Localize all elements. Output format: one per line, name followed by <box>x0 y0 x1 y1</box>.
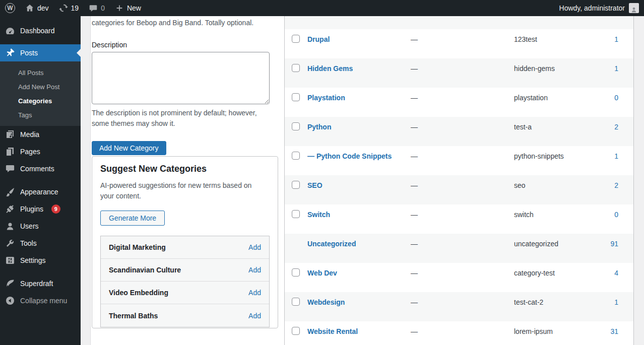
row-select-checkbox[interactable] <box>292 327 300 335</box>
site-name-link[interactable]: dev <box>20 0 54 16</box>
sidebar-item-settings[interactable]: Settings <box>0 252 81 269</box>
parent-category-help-text: categories for Bebop and Big Band. Total… <box>92 18 278 28</box>
submenu-item[interactable]: Add New Post <box>0 80 81 94</box>
table-row: Python — test-a 2 <box>285 117 633 146</box>
panel-title: Suggest New Categories <box>100 164 270 174</box>
submenu-item[interactable]: Categories <box>0 94 81 108</box>
category-description: — <box>411 181 418 189</box>
row-select-checkbox[interactable] <box>292 210 300 218</box>
category-slug: test-cat-2 <box>514 298 543 306</box>
category-name-link[interactable]: Hidden Gems <box>307 64 353 73</box>
category-slug: uncategorized <box>514 240 558 248</box>
suggestion-add-link[interactable]: Add <box>248 312 261 320</box>
category-description: — <box>411 123 418 131</box>
sidebar-item-plugins[interactable]: Plugins 9 <box>0 200 81 218</box>
sidebar-item-appearance[interactable]: Appearance <box>0 183 81 200</box>
avatar[interactable] <box>629 3 639 13</box>
row-select-checkbox[interactable] <box>292 122 300 130</box>
comments-count: 0 <box>101 4 105 12</box>
category-post-count-link[interactable]: 1 <box>614 298 618 306</box>
new-label: New <box>127 4 141 12</box>
category-description: — <box>411 240 418 248</box>
category-name-link[interactable]: SEO <box>307 181 323 189</box>
category-name-link[interactable]: Python <box>307 123 331 131</box>
category-post-count-link[interactable]: 2 <box>614 181 618 189</box>
category-name-link[interactable]: Web Dev <box>307 269 337 277</box>
suggestion-name: Scandinavian Culture <box>109 266 181 274</box>
sidebar-item-label: Appearance <box>20 188 58 196</box>
table-row: Drupal — 123test 1 <box>285 29 633 58</box>
description-textarea[interactable] <box>92 52 270 104</box>
category-name-link[interactable]: Switch <box>307 211 330 219</box>
sidebar-item-pages[interactable]: Pages <box>0 143 81 160</box>
row-select-checkbox[interactable] <box>292 35 300 43</box>
category-description: — <box>411 327 418 335</box>
category-description: — <box>411 298 418 306</box>
sidebar-item-media[interactable]: Media <box>0 126 81 143</box>
suggestion-name: Video Embedding <box>109 289 168 297</box>
suggestion-add-link[interactable]: Add <box>248 289 261 297</box>
sidebar-item-comments[interactable]: Comments <box>0 160 81 177</box>
table-row: Hidden Gems — hidden-gems 1 <box>285 58 633 88</box>
row-select-checkbox[interactable] <box>292 268 300 277</box>
submenu-item-label: Tags <box>18 111 32 119</box>
category-post-count-link[interactable]: 1 <box>614 152 618 160</box>
row-select-checkbox[interactable] <box>292 64 300 72</box>
submenu-item[interactable]: All Posts <box>0 65 81 80</box>
category-slug: category-test <box>514 269 555 277</box>
sidebar-item-label: Pages <box>20 148 40 156</box>
sidebar-item-label: Comments <box>20 165 54 173</box>
submenu-item[interactable]: Tags <box>0 108 81 122</box>
table-row-partial <box>285 16 633 29</box>
site-name-label: dev <box>37 4 49 12</box>
category-post-count-link[interactable]: 0 <box>614 94 618 102</box>
new-content-link[interactable]: New <box>110 0 146 16</box>
category-name-link[interactable]: Webdesign <box>307 298 345 306</box>
category-name-link[interactable]: Playstation <box>307 94 345 102</box>
suggestions-list: Digital Marketing Add Scandinavian Cultu… <box>100 236 270 327</box>
category-post-count-link[interactable]: 2 <box>614 123 618 131</box>
table-row: Uncategorized — uncategorized 91 <box>285 234 633 263</box>
category-slug: python-snippets <box>514 152 564 160</box>
category-name-link[interactable]: Uncategorized <box>307 240 356 248</box>
row-select-checkbox[interactable] <box>292 298 300 306</box>
updates-icon <box>59 4 68 13</box>
plugin-icon <box>5 204 15 214</box>
suggestion-add-link[interactable]: Add <box>248 243 261 251</box>
comments-icon <box>5 164 15 174</box>
generate-more-button[interactable]: Generate More <box>100 211 165 226</box>
sidebar-item-superdraft[interactable]: Superdraft <box>0 275 81 292</box>
updates-link[interactable]: 19 <box>54 0 84 16</box>
category-post-count-link[interactable]: 0 <box>614 211 618 219</box>
sidebar-item-users[interactable]: Users <box>0 218 81 235</box>
sidebar-item-dashboard[interactable]: Dashboard <box>0 22 81 39</box>
category-post-count-link[interactable]: 4 <box>614 269 618 277</box>
category-description: — <box>411 211 418 219</box>
comment-bubble-icon <box>89 4 98 13</box>
submenu-item-label: Categories <box>18 97 52 105</box>
category-slug: switch <box>514 211 534 219</box>
comments-link[interactable]: 0 <box>84 0 110 16</box>
collapse-menu-button[interactable]: Collapse menu <box>0 292 81 309</box>
add-category-form: categories for Bebop and Big Band. Total… <box>92 16 278 155</box>
sidebar-item-label: Posts <box>20 49 38 57</box>
category-name-link[interactable]: Website Rental <box>307 327 358 335</box>
category-post-count-link[interactable]: 91 <box>610 240 618 248</box>
suggestion-add-link[interactable]: Add <box>248 266 261 274</box>
suggestion-row: Digital Marketing Add <box>101 236 269 259</box>
paintbrush-icon <box>5 187 15 197</box>
howdy-account-link[interactable]: Howdy, administrator <box>559 4 625 12</box>
row-select-checkbox[interactable] <box>292 181 300 189</box>
sidebar-item-posts[interactable]: Posts <box>0 44 81 61</box>
sidebar-item-tools[interactable]: Tools <box>0 235 81 252</box>
add-new-category-button[interactable]: Add New Category <box>92 141 166 155</box>
category-name-link[interactable]: Drupal <box>307 35 330 43</box>
row-select-checkbox[interactable] <box>292 93 300 101</box>
category-post-count-link[interactable]: 31 <box>610 327 618 335</box>
category-post-count-link[interactable]: 1 <box>614 35 618 43</box>
category-post-count-link[interactable]: 1 <box>614 64 618 73</box>
row-select-checkbox[interactable] <box>292 152 300 160</box>
wordpress-logo-menu[interactable]: W <box>0 0 20 16</box>
category-name-link[interactable]: — Python Code Snippets <box>307 152 392 160</box>
table-row: Switch — switch 0 <box>285 204 633 234</box>
